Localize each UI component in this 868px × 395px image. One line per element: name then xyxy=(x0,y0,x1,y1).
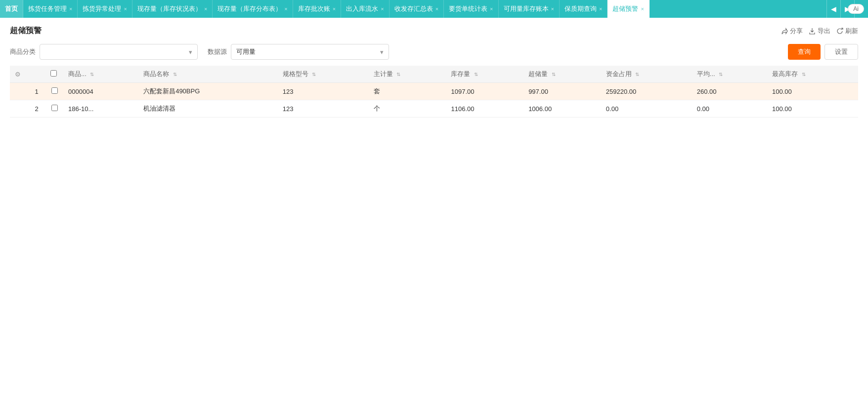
nav-item-inv1[interactable]: 现存量（库存状况表） × xyxy=(132,0,213,18)
table-header-row: ⚙ 商品... ⇅ 商品名称 ⇅ 规格型号 ⇅ xyxy=(10,66,858,83)
table-col-num xyxy=(28,66,45,83)
table-col-gear: ⚙ xyxy=(10,66,28,83)
sort-icon[interactable]: ⇅ xyxy=(474,72,478,77)
row-checkbox[interactable] xyxy=(51,87,58,94)
nav-bar: 首页 拣货任务管理 × 拣货异常处理 × 现存量（库存状况表） × 现存量（库存… xyxy=(0,0,868,18)
sort-icon[interactable]: ⇅ xyxy=(719,72,723,77)
row-over: 997.00 xyxy=(523,83,601,100)
category-filter: 商品分类 ▾ xyxy=(10,44,198,60)
table-col-capital: 资金占用 ⇅ xyxy=(601,66,692,83)
row-over: 1006.00 xyxy=(523,100,601,118)
table-col-code: 商品... ⇅ xyxy=(63,66,138,83)
data-table: ⚙ 商品... ⇅ 商品名称 ⇅ 规格型号 ⇅ xyxy=(10,66,858,118)
title-actions: 分享 导出 刷新 xyxy=(781,27,858,36)
nav-item-inv2[interactable]: 现存量（库存分布表） × xyxy=(213,0,293,18)
nav-item-inout[interactable]: 出入库流水 × xyxy=(341,0,389,18)
query-button[interactable]: 查询 xyxy=(788,44,821,60)
row-gear-cell xyxy=(10,83,28,100)
top-right-area: Ai xyxy=(848,0,868,18)
close-icon[interactable]: × xyxy=(641,6,644,12)
close-icon[interactable]: × xyxy=(599,6,602,12)
table-row: 2 186-10... 机油滤清器 123 个 1106.00 1006.00 … xyxy=(10,100,858,118)
row-checkbox[interactable] xyxy=(51,105,58,111)
close-icon[interactable]: × xyxy=(333,6,336,12)
datasource-label: 数据源 xyxy=(208,47,227,56)
row-avg: 0.00 xyxy=(692,100,767,118)
close-icon[interactable]: × xyxy=(381,6,384,12)
table-col-avg: 平均... ⇅ xyxy=(692,66,767,83)
row-maxstock: 100.00 xyxy=(767,83,858,100)
chevron-down-icon: ▾ xyxy=(380,48,384,56)
datasource-select-wrapper: 可用量 ▾ xyxy=(231,44,389,60)
table-row: 1 0000004 六配套新昌490BPG 123 套 1097.00 997.… xyxy=(10,83,858,100)
nav-left-arrow[interactable]: ◀ xyxy=(826,0,840,18)
nav-item-expire[interactable]: 保质期查询 × xyxy=(560,0,608,18)
datasource-value: 可用量 xyxy=(236,47,256,56)
filter-row: 商品分类 ▾ 数据源 可用量 ▾ 查询 设置 xyxy=(10,44,858,60)
close-icon[interactable]: × xyxy=(435,6,438,12)
sort-icon[interactable]: ⇅ xyxy=(552,72,556,77)
close-icon[interactable]: × xyxy=(124,6,127,12)
close-icon[interactable]: × xyxy=(69,6,72,12)
table-col-spec: 规格型号 ⇅ xyxy=(278,66,369,83)
row-gear-cell xyxy=(10,100,28,118)
datasource-filter: 数据源 可用量 ▾ xyxy=(208,44,389,60)
close-icon[interactable]: × xyxy=(204,6,207,12)
nav-item-avail[interactable]: 可用量库存账本 × xyxy=(499,0,560,18)
table-col-maxstock: 最高库存 ⇅ xyxy=(767,66,858,83)
share-button[interactable]: 分享 xyxy=(781,27,803,36)
category-select[interactable]: ▾ xyxy=(40,44,198,60)
refresh-button[interactable]: 刷新 xyxy=(836,27,858,36)
export-icon xyxy=(809,28,816,35)
export-button[interactable]: 导出 xyxy=(809,27,830,36)
table-col-name: 商品名称 ⇅ xyxy=(138,66,278,83)
nav-item-home[interactable]: 首页 xyxy=(0,0,23,18)
row-spec: 123 xyxy=(278,100,369,118)
row-capital: 259220.00 xyxy=(601,83,692,100)
ai-button[interactable]: Ai xyxy=(848,4,864,14)
nav-item-req[interactable]: 要货单统计表 × xyxy=(444,0,498,18)
close-icon[interactable]: × xyxy=(551,6,554,12)
table-col-stock: 库存量 ⇅ xyxy=(446,66,523,83)
row-stock: 1097.00 xyxy=(446,83,523,100)
sort-icon[interactable]: ⇅ xyxy=(802,72,806,77)
page-content: 超储预警 分享 导出 刷新 xyxy=(0,18,868,125)
nav-item-collect[interactable]: 收发存汇总表 × xyxy=(390,0,444,18)
row-code: 186-10... xyxy=(63,100,138,118)
table-col-unit: 主计量 ⇅ xyxy=(369,66,446,83)
filter-action-buttons: 查询 设置 xyxy=(788,44,858,60)
row-spec: 123 xyxy=(278,83,369,100)
row-num: 2 xyxy=(28,100,45,118)
row-checkbox-cell xyxy=(45,100,63,118)
sort-icon[interactable]: ⇅ xyxy=(312,72,316,77)
row-stock: 1106.00 xyxy=(446,100,523,118)
settings-button[interactable]: 设置 xyxy=(825,44,858,60)
row-num: 1 xyxy=(28,83,45,100)
page-title-row: 超储预警 分享 导出 刷新 xyxy=(10,26,858,36)
sort-icon[interactable]: ⇅ xyxy=(635,72,639,77)
category-select-wrapper: ▾ xyxy=(40,44,198,60)
category-label: 商品分类 xyxy=(10,47,36,56)
share-icon xyxy=(781,28,788,35)
datasource-select[interactable]: 可用量 ▾ xyxy=(231,44,389,60)
row-name: 六配套新昌490BPG xyxy=(138,83,278,100)
row-avg: 260.00 xyxy=(692,83,767,100)
row-name: 机油滤清器 xyxy=(138,100,278,118)
close-icon[interactable]: × xyxy=(490,6,493,12)
row-unit: 套 xyxy=(369,83,446,100)
nav-item-tuo1[interactable]: 拣货任务管理 × xyxy=(23,0,78,18)
nav-item-tuo2[interactable]: 拣货异常处理 × xyxy=(78,0,132,18)
row-checkbox-cell xyxy=(45,83,63,100)
chevron-down-icon: ▾ xyxy=(189,48,192,56)
page-title: 超储预警 xyxy=(10,26,42,36)
close-icon[interactable]: × xyxy=(284,6,287,12)
sort-icon[interactable]: ⇅ xyxy=(90,72,94,77)
table-col-checkbox xyxy=(45,66,63,83)
nav-item-over[interactable]: 超储预警 × xyxy=(608,0,649,18)
sort-icon[interactable]: ⇅ xyxy=(396,72,400,77)
nav-item-batch[interactable]: 库存批次账 × xyxy=(293,0,341,18)
sort-icon[interactable]: ⇅ xyxy=(173,72,177,77)
select-all-checkbox[interactable] xyxy=(50,70,57,77)
gear-icon[interactable]: ⚙ xyxy=(15,71,21,78)
table-col-over: 超储量 ⇅ xyxy=(523,66,601,83)
